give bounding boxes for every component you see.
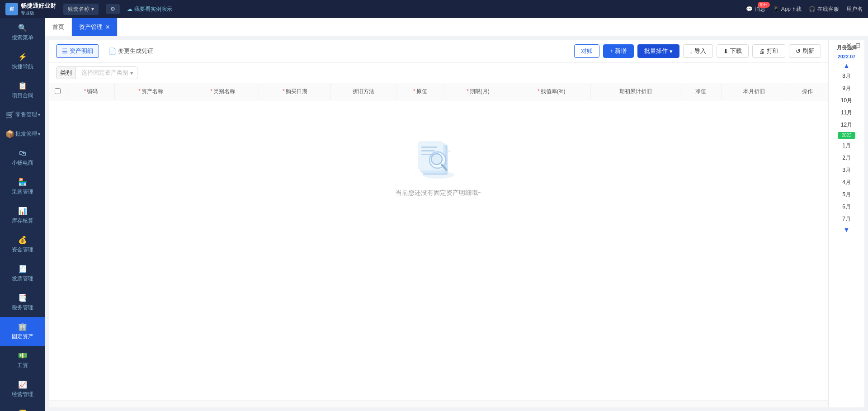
sidebar-item-retail[interactable]: 🛒 零售管理 ▾ [0, 105, 45, 124]
tab-asset[interactable]: 资产管理 ✕ [72, 18, 118, 36]
month-item-3[interactable]: 3月 [829, 164, 864, 176]
sidebar-item-search[interactable]: 🔍 搜索菜单 [0, 18, 45, 47]
sidebar-item-salary[interactable]: 💵 工资 [0, 346, 45, 375]
svg-point-8 [431, 154, 442, 165]
month-item-10[interactable]: 10月 [829, 94, 864, 107]
sidebar-label-purchase: 采购管理 [12, 188, 33, 196]
month-item-7[interactable]: 7月 [829, 213, 864, 225]
contract-icon: 📋 [18, 81, 27, 90]
chevron-down-icon: ▾ [38, 112, 40, 117]
sidebar-label-operations: 经营管理 [12, 391, 33, 398]
settings-btn[interactable]: ⚙ [106, 4, 120, 14]
sidebar-label-salary: 工资 [17, 362, 28, 369]
month-item-1[interactable]: 1月 [829, 140, 864, 152]
subtab-voucher[interactable]: 📄 变更生成凭证 [103, 44, 159, 58]
svg-rect-5 [421, 150, 435, 151]
month-item-9[interactable]: 9月 [829, 82, 864, 94]
month-picker-year: 2022.07 [838, 53, 856, 61]
download-button[interactable]: ⬇ 下载 [717, 44, 749, 58]
sub-tabs: ☰ 资产明细 📄 变更生成凭证 对账 + 新增 批量操作 ▾ [49, 40, 828, 63]
tax-icon: 📑 [18, 293, 27, 302]
svg-rect-4 [421, 146, 437, 148]
horizontal-scrollbar[interactable] [49, 400, 828, 407]
asset-panel: ☰ 资产明细 📄 变更生成凭证 对账 + 新增 批量操作 ▾ [49, 40, 828, 407]
sidebar-label-tax: 税务管理 [12, 304, 33, 312]
sidebar-item-purchase[interactable]: 🏪 采购管理 [0, 172, 45, 201]
sidebar-label-contract: 项目合同 [12, 92, 33, 99]
empty-text: 当前您还没有固定资产明细哦~ [396, 189, 481, 197]
month-item-8[interactable]: 8月 [829, 70, 864, 82]
month-item-5[interactable]: 5月 [829, 189, 864, 201]
month-up-arrow[interactable]: ▲ [844, 61, 850, 70]
sidebar-item-ecommerce[interactable]: 🛍 小畅电商 [0, 144, 45, 172]
th-month-dep: 本月折旧 [722, 83, 787, 100]
empty-state: ✦ ✦ 当前您还没有固定资产明细哦~ [49, 100, 828, 233]
message-btn[interactable]: 💬 消息 99+ [746, 5, 765, 13]
demo-text: 我要看实例演示 [134, 5, 172, 13]
month-picker-panel: 月份选择 2022.07 ▲ 8月 9月 10月 11月 12月 2023 1月… [828, 40, 864, 407]
user-info[interactable]: 用户名 [846, 5, 863, 13]
reconcile-button[interactable]: 对账 [574, 44, 599, 58]
sidebar-item-quicknav[interactable]: ⚡ 快捷导航 [0, 47, 45, 76]
sidebar-item-invoice[interactable]: 🧾 发票管理 [0, 259, 45, 288]
filter-bar: 类别 选择固定资产类别 ▾ [49, 63, 828, 83]
tab-close-icon[interactable]: ✕ [105, 24, 110, 30]
settings-icon: ⚙ [110, 6, 115, 12]
th-category: *类别名称 [187, 83, 259, 100]
sidebar-item-finance[interactable]: 💰 资金管理 [0, 230, 45, 259]
sidebar-label-quicknav: 快捷导航 [12, 63, 33, 71]
demo-btn[interactable]: ☁ 我要看实例演示 [127, 5, 172, 13]
toolbar-actions: 对账 + 新增 批量操作 ▾ ↓ 导入 ⬇ 下载 🖨 打印 [574, 44, 821, 58]
tab-home[interactable]: 首页 [45, 18, 72, 36]
operations-icon: 📈 [18, 380, 27, 389]
month-item-12[interactable]: 12月 [829, 119, 864, 131]
import-button[interactable]: ↓ 导入 [683, 44, 713, 58]
month-down-arrow[interactable]: ▼ [844, 225, 850, 234]
app-download-btn[interactable]: 📱 App下载 [773, 5, 802, 13]
download-icon: ⬇ [723, 48, 728, 55]
th-dep-method: 折旧方法 [331, 83, 396, 100]
account-selector[interactable]: 账套名称 ▾ [63, 4, 99, 15]
sidebar-item-ledger[interactable]: 📒 总账管理 [0, 404, 45, 411]
wholesale-icon: 📦 [5, 130, 14, 138]
year-2023-badge: 2023 [838, 132, 855, 139]
online-service-btn[interactable]: 🎧 在线客服 [809, 5, 839, 13]
close-panel-button[interactable]: ✕ [846, 42, 852, 49]
th-operation: 操作 [787, 83, 828, 100]
sidebar-item-inventory[interactable]: 📊 库存核算 [0, 201, 45, 230]
sidebar-item-tax[interactable]: 📑 税务管理 [0, 288, 45, 317]
month-item-4[interactable]: 4月 [829, 176, 864, 189]
category-dropdown-icon: ▾ [130, 70, 133, 76]
expand-panel-button[interactable]: ⊡ [855, 42, 861, 49]
ledger-icon: 📒 [18, 409, 27, 411]
select-all-checkbox[interactable] [55, 88, 61, 94]
month-item-2[interactable]: 2月 [829, 152, 864, 164]
month-item-11[interactable]: 11月 [829, 107, 864, 119]
subtab-detail[interactable]: ☰ 资产明细 [56, 44, 99, 58]
salary-icon: 💵 [18, 351, 27, 360]
sidebar-item-wholesale[interactable]: 📦 批发管理 ▾ [0, 124, 45, 144]
topbar-right: 💬 消息 99+ 📱 App下载 🎧 在线客服 用户名 [746, 5, 863, 13]
sidebar-label-inventory: 库存核算 [12, 217, 33, 225]
asset-table: *编码 *资产名称 *类别名称 *购买日期 [49, 83, 828, 400]
refresh-button[interactable]: ↺ 刷新 [789, 44, 821, 58]
month-item-6[interactable]: 6月 [829, 201, 864, 213]
user-name: 用户名 [846, 6, 863, 12]
category-select[interactable]: 类别 选择固定资产类别 ▾ [56, 66, 137, 79]
sidebar-item-operations[interactable]: 📈 经营管理 [0, 375, 45, 404]
category-placeholder: 选择固定资产类别 [81, 69, 128, 77]
print-button[interactable]: 🖨 打印 [752, 44, 785, 58]
account-name: 账套名称 [68, 5, 90, 13]
sidebar-item-fixedasset[interactable]: 🏢 固定资产 [0, 317, 45, 346]
svg-text:✦: ✦ [444, 143, 448, 149]
main-layout: 🔍 搜索菜单 ⚡ 快捷导航 📋 项目合同 🛒 零售管理 ▾ 📦 批发管理 ▾ 🛍… [0, 18, 868, 411]
th-period: *期限(月) [444, 83, 512, 100]
subtab-detail-label: 资产明细 [70, 47, 93, 55]
th-net-value: 净值 [680, 83, 722, 100]
batch-button[interactable]: 批量操作 ▾ [637, 44, 679, 58]
th-code: *编码 [67, 83, 115, 100]
data-table: *编码 *资产名称 *类别名称 *购买日期 [49, 83, 828, 100]
sidebar-item-contract[interactable]: 📋 项目合同 [0, 76, 45, 105]
add-button[interactable]: + 新增 [603, 44, 633, 58]
download-icon: 📱 [773, 6, 779, 12]
